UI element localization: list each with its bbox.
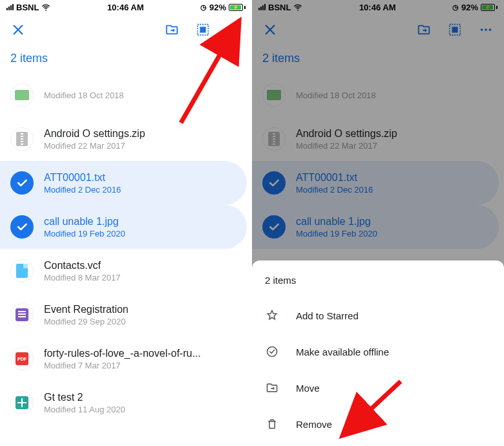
file-row[interactable]: Gt test 2Modified 11 Aug 2020 [0,381,252,425]
file-name: Android O settings.zip [44,128,145,140]
sheet-file-icon [10,391,34,414]
move-folder-icon[interactable] [164,22,180,37]
svg-point-1 [229,28,231,31]
file-meta: Event RegistrationModified 29 Sep 2020 [44,304,129,326]
status-bar: BSNL 10:46 AM ◷ 92% ⚡ [0,0,252,14]
file-name: Gt test 2 [44,392,125,403]
pdf-file-icon: PDF [10,347,34,370]
wifi-icon [41,3,50,12]
battery-pct: 92% [209,3,226,12]
file-row[interactable]: Android O settings.zipModified 22 Mar 20… [0,117,252,161]
doc-file-icon [10,259,34,282]
sheet-item-label: Move [296,383,320,394]
file-modified: Modified 29 Sep 2020 [44,317,129,326]
file-meta: ATT00001.txtModified 2 Dec 2016 [44,172,121,195]
sheet-item-offline[interactable]: Make available offline [252,334,504,370]
file-row[interactable]: call unable 1.jpgModified 19 Feb 2020 [0,205,247,249]
zip-file-icon [10,127,34,151]
sheet-item-label: Remove [296,419,332,430]
file-modified: Modified 22 Mar 2017 [44,141,145,151]
file-meta: Gt test 2Modified 11 Aug 2020 [44,392,125,414]
file-list: Modified 18 Oct 2018Android O settings.z… [0,73,252,425]
sheet-item-star[interactable]: Add to Starred [252,297,504,334]
alarm-icon: ◷ [200,3,207,12]
svg-point-2 [233,28,235,31]
file-name: ATT00001.txt [44,172,121,184]
file-modified: Modified 11 Aug 2020 [44,405,125,414]
svg-point-3 [237,28,240,31]
file-name: call unable 1.jpg [44,216,125,228]
file-meta: Modified 18 Oct 2018 [44,90,124,100]
status-left: BSNL [6,3,50,12]
sheet-item-label: Make available offline [296,346,389,357]
file-name: forty-rules-of-love_-a-novel-of-ru... [44,348,201,359]
svg-rect-0 [200,27,205,32]
offline-icon [265,345,279,359]
sheet-item-trash[interactable]: Remove [252,406,504,442]
screen-right: BSNL 10:46 AM ◷ 92% ⚡ [252,0,504,446]
signal-icon [6,4,14,10]
carrier-label: BSNL [16,3,39,12]
status-right: ◷ 92% ⚡ [200,3,246,12]
form-file-icon [10,303,34,326]
green-file-icon [10,83,34,107]
file-row[interactable]: PDFforty-rules-of-love_-a-novel-of-ru...… [0,337,252,381]
bottom-sheet: 2 items Add to StarredMake available off… [252,260,504,446]
more-icon[interactable] [226,22,242,37]
selection-count: 2 items [0,45,252,73]
screen-left: BSNL 10:46 AM ◷ 92% ⚡ [0,0,252,446]
file-modified: Modified 19 Feb 2020 [44,229,125,239]
selected-check-icon [10,171,34,195]
file-row[interactable]: ATT00001.txtModified 2 Dec 2016 [0,161,247,205]
toolbar [0,14,252,45]
file-modified: Modified 8 Mar 2017 [44,273,121,282]
star-icon [265,308,279,323]
battery-icon: ⚡ [229,4,246,11]
file-meta: forty-rules-of-love_-a-novel-of-ru...Mod… [44,348,201,370]
move-icon [265,381,279,395]
select-all-icon[interactable] [195,22,211,37]
file-modified: Modified 18 Oct 2018 [44,90,124,100]
status-time: 10:46 AM [107,3,144,12]
file-meta: Android O settings.zipModified 22 Mar 20… [44,128,145,151]
file-row[interactable]: Event RegistrationModified 29 Sep 2020 [0,293,252,337]
selected-check-icon [10,215,34,239]
file-row[interactable]: Contacts.vcfModified 8 Mar 2017 [0,249,252,293]
file-modified: Modified 7 Mar 2017 [44,361,201,370]
sheet-item-label: Add to Starred [296,310,359,321]
file-name: Event Registration [44,304,129,315]
sheet-header: 2 items [252,266,504,297]
file-name: Contacts.vcf [44,260,121,271]
sheet-item-move[interactable]: Move [252,370,504,406]
file-row[interactable]: Modified 18 Oct 2018 [0,73,252,117]
file-modified: Modified 2 Dec 2016 [44,185,121,195]
trash-icon [265,417,279,431]
file-meta: call unable 1.jpgModified 19 Feb 2020 [44,216,125,239]
svg-point-9 [268,347,277,357]
file-meta: Contacts.vcfModified 8 Mar 2017 [44,260,121,282]
close-icon[interactable] [10,22,26,37]
